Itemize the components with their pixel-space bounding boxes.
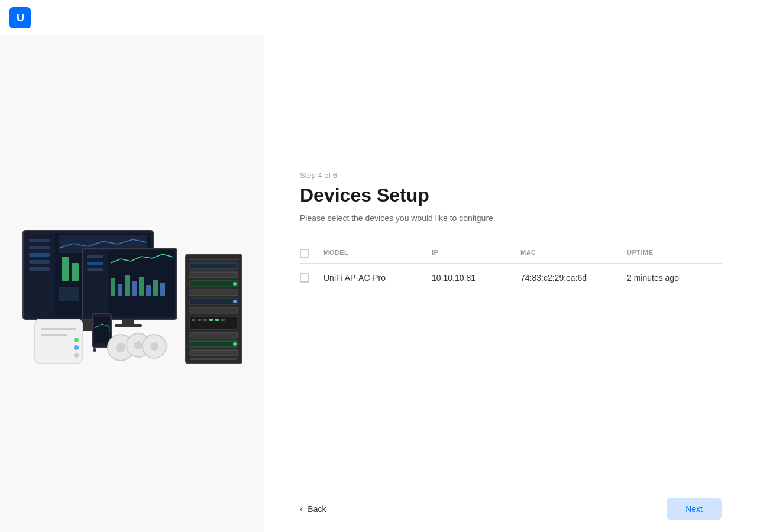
svg-rect-7 — [29, 267, 50, 271]
back-label: Back — [308, 504, 326, 514]
svg-point-51 — [74, 338, 79, 342]
select-all-checkbox[interactable] — [300, 249, 309, 258]
svg-rect-40 — [94, 317, 109, 343]
device-illustration — [17, 195, 248, 372]
page-description: Please select the devices you would like… — [300, 213, 722, 223]
svg-point-59 — [233, 282, 237, 286]
svg-rect-38 — [115, 324, 142, 327]
svg-rect-56 — [190, 263, 238, 269]
svg-rect-9 — [62, 257, 69, 281]
svg-rect-67 — [203, 319, 207, 321]
devices-table: MODEL IP MAC UPTIME UniFi AP-AC-Pro 10.1… — [300, 244, 722, 290]
svg-rect-30 — [118, 284, 122, 296]
svg-rect-70 — [221, 319, 225, 321]
svg-rect-58 — [190, 281, 238, 287]
svg-rect-34 — [146, 285, 151, 296]
svg-rect-66 — [198, 319, 201, 321]
svg-rect-4 — [29, 246, 50, 249]
svg-rect-5 — [29, 253, 50, 257]
svg-rect-17 — [59, 287, 79, 301]
svg-point-73 — [233, 342, 237, 346]
svg-rect-71 — [190, 332, 238, 338]
row-checkbox-cell — [300, 273, 323, 283]
svg-rect-65 — [192, 319, 195, 321]
svg-rect-33 — [139, 277, 144, 296]
next-button[interactable]: Next — [667, 498, 722, 520]
svg-rect-50 — [41, 334, 67, 336]
svg-rect-27 — [87, 262, 103, 265]
svg-rect-29 — [111, 278, 115, 296]
svg-rect-68 — [209, 319, 213, 321]
svg-rect-6 — [29, 260, 50, 264]
svg-rect-63 — [190, 307, 238, 313]
left-panel — [0, 0, 264, 532]
header: U — [0, 0, 757, 35]
svg-rect-57 — [190, 272, 238, 278]
col-model: MODEL — [323, 249, 432, 258]
device-model: UniFi AP-AC-Pro — [323, 273, 432, 283]
svg-point-53 — [74, 353, 79, 358]
svg-rect-61 — [190, 299, 238, 304]
svg-rect-36 — [160, 283, 165, 296]
svg-rect-72 — [190, 341, 238, 347]
svg-rect-64 — [190, 316, 238, 329]
col-uptime: UPTIME — [627, 249, 722, 258]
svg-point-62 — [233, 300, 237, 303]
row-checkbox[interactable] — [300, 273, 309, 283]
svg-rect-75 — [190, 358, 237, 360]
page-title: Devices Setup — [300, 184, 722, 206]
svg-rect-25 — [84, 250, 108, 317]
back-button[interactable]: ‹ Back — [300, 499, 326, 519]
table-row: UniFi AP-AC-Pro 10.10.10.81 74:83:c2:29:… — [300, 266, 722, 290]
svg-point-45 — [134, 341, 143, 349]
svg-rect-10 — [72, 263, 79, 281]
svg-rect-26 — [87, 255, 103, 258]
svg-point-47 — [150, 342, 158, 351]
right-panel: Step 4 of 6 Devices Setup Please select … — [264, 0, 757, 532]
table-header: MODEL IP MAC UPTIME — [300, 244, 722, 264]
col-ip: IP — [432, 249, 520, 258]
device-ip: 10.10.10.81 — [432, 273, 520, 283]
svg-rect-3 — [29, 239, 50, 242]
svg-rect-2 — [25, 233, 55, 317]
wizard-footer: ‹ Back Next — [264, 485, 757, 532]
svg-point-52 — [74, 345, 79, 350]
svg-rect-74 — [190, 350, 238, 356]
device-uptime: 2 minutes ago — [627, 273, 722, 283]
col-mac: MAC — [520, 249, 627, 258]
svg-rect-32 — [132, 281, 137, 296]
logo-button[interactable]: U — [9, 7, 31, 28]
content-area: Step 4 of 6 Devices Setup Please select … — [264, 0, 757, 485]
devices-svg — [17, 195, 248, 378]
svg-rect-55 — [189, 259, 239, 260]
svg-point-43 — [116, 343, 125, 352]
svg-rect-28 — [87, 268, 103, 271]
svg-rect-31 — [125, 275, 130, 296]
svg-rect-69 — [215, 319, 219, 321]
svg-rect-60 — [190, 290, 238, 296]
step-label: Step 4 of 6 — [300, 171, 722, 180]
device-mac: 74:83:c2:29:ea:6d — [520, 273, 627, 283]
svg-rect-35 — [153, 280, 158, 296]
header-checkbox-cell — [300, 249, 323, 258]
svg-point-41 — [93, 348, 96, 352]
chevron-left-icon: ‹ — [300, 504, 303, 514]
logo-icon: U — [17, 12, 24, 24]
svg-rect-49 — [41, 328, 76, 330]
